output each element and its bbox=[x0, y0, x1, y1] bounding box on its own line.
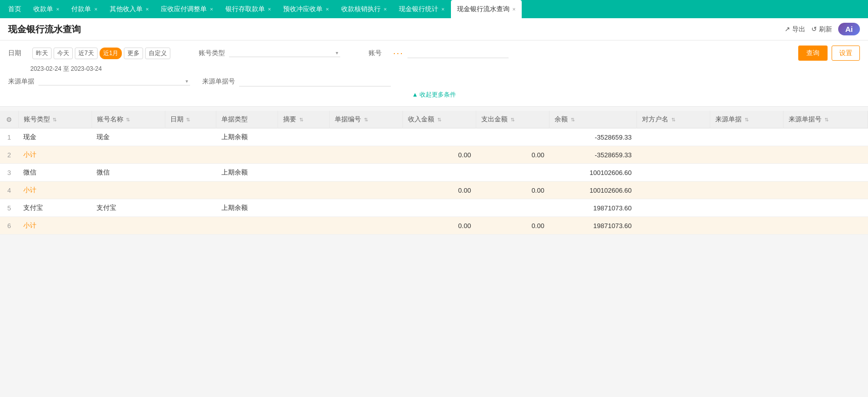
th-balance[interactable]: 余额 ⇅ bbox=[550, 111, 637, 128]
date-btn-more[interactable]: 更多 bbox=[124, 48, 143, 59]
date-btn-yesterday[interactable]: 昨天 bbox=[32, 48, 52, 59]
sort-expense-icon: ⇅ bbox=[511, 117, 515, 122]
cell-row-num: 1 bbox=[0, 128, 18, 146]
account-input[interactable] bbox=[407, 48, 509, 58]
cell-expense: 0.00 bbox=[476, 217, 550, 235]
close-cash-bank-flow-icon[interactable]: × bbox=[513, 6, 516, 12]
query-button[interactable]: 查询 bbox=[798, 46, 828, 61]
th-settings[interactable]: ⚙ bbox=[0, 111, 18, 128]
refresh-button[interactable]: ↺ 刷新 bbox=[811, 25, 832, 34]
cell-row-num: 3 bbox=[0, 164, 18, 182]
th-source-doc-no[interactable]: 来源单据号 ⇅ bbox=[784, 111, 868, 128]
close-cash-bank-stat-icon[interactable]: × bbox=[441, 6, 444, 12]
collapse-bar[interactable]: ▲ 收起更多条件 bbox=[8, 89, 860, 101]
sort-doc-no-icon: ⇅ bbox=[364, 117, 368, 122]
cell-source-doc-no bbox=[784, 164, 868, 182]
account-type-filter-group: 账号类型 ▾ bbox=[199, 49, 340, 58]
cell-summary bbox=[278, 146, 330, 164]
nav-home[interactable]: 首页 bbox=[2, 0, 27, 18]
cell-date bbox=[165, 128, 216, 146]
date-btn-1month[interactable]: 近1月 bbox=[100, 48, 122, 59]
date-btn-custom[interactable]: 自定义 bbox=[145, 48, 170, 59]
sort-account-name-icon: ⇅ bbox=[126, 117, 130, 122]
th-expense[interactable]: 支出金额 ⇅ bbox=[476, 111, 550, 128]
cell-expense bbox=[476, 128, 550, 146]
th-date[interactable]: 日期 ⇅ bbox=[165, 111, 216, 128]
refresh-icon: ↺ bbox=[811, 25, 817, 33]
source-doc-select[interactable]: ▾ bbox=[38, 77, 190, 85]
cell-row-num: 5 bbox=[0, 199, 18, 217]
cell-income bbox=[403, 164, 476, 182]
cell-doc-no bbox=[329, 199, 402, 217]
cell-doc-type bbox=[216, 217, 278, 235]
cell-summary bbox=[278, 128, 330, 146]
table-header-row: ⚙ 账号类型 ⇅ 账号名称 ⇅ 日期 ⇅ 单据类型 摘要 bbox=[0, 111, 868, 128]
nav-cash-bank-stat[interactable]: 现金银行统计 × bbox=[393, 0, 450, 18]
date-range-text: 2023-02-24 至 2023-03-24 bbox=[30, 65, 102, 72]
cell-expense: 0.00 bbox=[476, 182, 550, 199]
th-summary[interactable]: 摘要 ⇅ bbox=[278, 111, 330, 128]
cell-income: 0.00 bbox=[403, 182, 476, 199]
source-doc-no-filter-group: 来源单据号 bbox=[202, 76, 391, 86]
th-doc-type[interactable]: 单据类型 bbox=[216, 111, 278, 128]
cell-source-doc-no bbox=[784, 146, 868, 164]
nav-other-income[interactable]: 其他收入单 × bbox=[104, 0, 155, 18]
account-type-select[interactable]: ▾ bbox=[229, 49, 340, 57]
cell-date bbox=[165, 164, 216, 182]
th-income[interactable]: 收入金额 ⇅ bbox=[403, 111, 476, 128]
cell-doc-no bbox=[329, 164, 402, 182]
close-collection-exec-icon[interactable]: × bbox=[384, 6, 387, 12]
close-prepay-offset-icon[interactable]: × bbox=[326, 6, 329, 12]
sort-date-icon: ⇅ bbox=[186, 117, 190, 122]
close-other-income-icon[interactable]: × bbox=[146, 6, 149, 12]
export-button[interactable]: ↗ 导出 bbox=[785, 25, 805, 34]
ai-button[interactable]: Ai bbox=[838, 23, 860, 35]
account-label: 账号 bbox=[369, 49, 389, 58]
source-doc-no-input[interactable] bbox=[239, 76, 391, 86]
nav-cash-bank-flow[interactable]: 现金银行流水查询 × bbox=[451, 0, 522, 18]
cell-expense bbox=[476, 199, 550, 217]
account-type-chevron-icon: ▾ bbox=[336, 50, 338, 56]
cell-balance: 100102606.60 bbox=[550, 182, 637, 199]
table-row: 4 小计 0.00 0.00 100102606.60 bbox=[0, 182, 868, 199]
close-payment-icon[interactable]: × bbox=[94, 6, 97, 12]
nav-bank-deposit[interactable]: 银行存取款单 × bbox=[219, 0, 277, 18]
th-doc-no[interactable]: 单据编号 ⇅ bbox=[329, 111, 402, 128]
th-counterpart[interactable]: 对方户名 ⇅ bbox=[636, 111, 710, 128]
cell-summary bbox=[278, 164, 330, 182]
cell-doc-type: 上期余额 bbox=[216, 199, 278, 217]
settings-button[interactable]: 设置 bbox=[832, 46, 860, 61]
action-buttons: 查询 设置 bbox=[798, 46, 860, 61]
cell-source-doc bbox=[710, 217, 784, 235]
nav-prepay-offset[interactable]: 预收冲应收单 × bbox=[277, 0, 335, 18]
table-row: 2 小计 0.00 0.00 -3528659.33 bbox=[0, 146, 868, 164]
nav-receipt[interactable]: 收款单 × bbox=[27, 0, 65, 18]
account-dots-icon[interactable]: ··· bbox=[393, 48, 403, 59]
cell-counterpart bbox=[636, 146, 710, 164]
cell-expense bbox=[476, 164, 550, 182]
cell-row-num: 6 bbox=[0, 217, 18, 235]
source-doc-chevron-icon: ▾ bbox=[186, 78, 188, 84]
th-source-doc[interactable]: 来源单据 ⇅ bbox=[710, 111, 784, 128]
nav-payment[interactable]: 付款单 × bbox=[65, 0, 103, 18]
date-filter-group: 日期 昨天 今天 近7天 近1月 更多 自定义 bbox=[8, 48, 170, 59]
cell-summary bbox=[278, 182, 330, 199]
close-bank-deposit-icon[interactable]: × bbox=[268, 6, 271, 12]
cell-account-type: 现金 bbox=[18, 128, 92, 146]
cell-counterpart bbox=[636, 128, 710, 146]
date-btn-7days[interactable]: 近7天 bbox=[75, 48, 98, 59]
th-account-name[interactable]: 账号名称 ⇅ bbox=[92, 111, 165, 128]
cell-date bbox=[165, 199, 216, 217]
table-container: ⚙ 账号类型 ⇅ 账号名称 ⇅ 日期 ⇅ 单据类型 摘要 bbox=[0, 111, 868, 235]
cell-income bbox=[403, 199, 476, 217]
th-account-type[interactable]: 账号类型 ⇅ bbox=[18, 111, 92, 128]
nav-collection-exec[interactable]: 收款核销执行 × bbox=[335, 0, 393, 18]
date-btn-today[interactable]: 今天 bbox=[54, 48, 73, 59]
close-ar-ap-adjust-icon[interactable]: × bbox=[210, 6, 213, 12]
cell-source-doc-no bbox=[784, 217, 868, 235]
close-receipt-icon[interactable]: × bbox=[56, 6, 59, 12]
cell-date bbox=[165, 182, 216, 199]
filter-row-2: 来源单据 ▾ 来源单据号 bbox=[8, 76, 860, 86]
nav-ar-ap-adjust[interactable]: 应收应付调整单 × bbox=[155, 0, 219, 18]
source-doc-label: 来源单据 bbox=[8, 77, 34, 86]
